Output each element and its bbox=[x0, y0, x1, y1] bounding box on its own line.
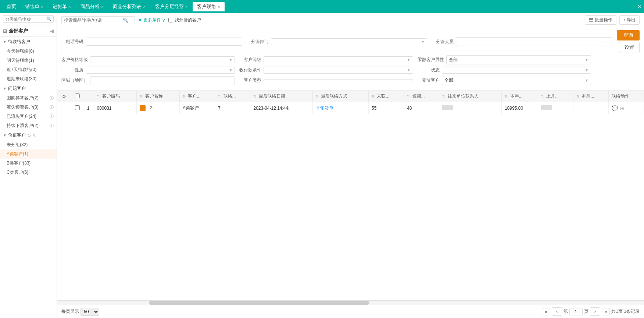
nav-tab-sales[interactable]: 销售单 × bbox=[21, 2, 47, 11]
col-last-contact-date[interactable]: ⇅ 最后联络日期 bbox=[250, 91, 312, 102]
nav-tab-analysis-list[interactable]: 商品分析列表 × bbox=[108, 2, 150, 11]
more-filters-button[interactable]: ▼ 更多条件 ∨ bbox=[138, 17, 165, 23]
filter-row-2: 客户价格等级 ▼ 客户等级 ▼ 零散客户属性 全部 bbox=[61, 55, 640, 64]
my-customer-checkbox[interactable] bbox=[168, 18, 173, 22]
close-customer-contact-tab-icon[interactable]: × bbox=[218, 4, 220, 9]
sidebar-item-declining[interactable]: 持续下滑客户(2) ⓘ bbox=[0, 121, 57, 130]
prev-page-button[interactable]: ＜ bbox=[552, 307, 562, 316]
col-last-month[interactable]: ⇅ 上月... bbox=[538, 91, 573, 102]
row-last-contact-method[interactable]: 下销货单 bbox=[312, 102, 368, 114]
retail-attr-select[interactable]: 全部 ▼ bbox=[446, 55, 591, 64]
col-this-year[interactable]: ⇅ 本年... bbox=[502, 91, 538, 102]
col-customer-type[interactable]: ⇅ 客户... bbox=[180, 91, 215, 102]
contact-method-link[interactable]: 下销货单 bbox=[316, 105, 333, 110]
sidebar-item-churn-warning[interactable]: 流失预警客户(3) ⓘ bbox=[0, 103, 57, 112]
nav-tab-customer-mgmt[interactable]: 客户分层经营 × bbox=[151, 2, 192, 11]
next-page-button[interactable]: ＞ bbox=[590, 307, 600, 316]
sidebar-group-pending[interactable]: ▼ 待联络客户 bbox=[0, 37, 57, 47]
per-page-dropdown[interactable]: 50 100 200 bbox=[80, 308, 99, 316]
settings-icon[interactable]: ⚙ bbox=[62, 94, 66, 99]
last-page-button[interactable]: » bbox=[602, 308, 610, 315]
horizontal-scrollbar[interactable] bbox=[57, 300, 644, 305]
customer-type-select[interactable] bbox=[264, 79, 413, 82]
query-button[interactable]: 查询 bbox=[617, 30, 640, 40]
sidebar-item-churned[interactable]: 已流失客户(24) ⓘ bbox=[0, 112, 57, 121]
sidebar-group-problem[interactable]: ▼ 问题客户 bbox=[0, 84, 57, 93]
row-select-checkbox[interactable] bbox=[75, 105, 80, 110]
row-checkbox[interactable] bbox=[72, 102, 83, 114]
export-button[interactable]: ↑ 导出 bbox=[619, 15, 640, 25]
manager-label: 分管人员 bbox=[432, 39, 454, 45]
sidebar-item-tomorrow[interactable]: 明天待联络(1) bbox=[0, 56, 57, 65]
sidebar-item-class-c[interactable]: C类客户(6) bbox=[0, 168, 57, 177]
bottom-bar: 每页显示 50 100 200 « ＜ 第 页 ＞ » 共1页 1条记录 bbox=[57, 305, 644, 318]
region-input[interactable]: ··· bbox=[90, 76, 235, 85]
qr-icon[interactable]: ⊞ bbox=[620, 105, 625, 111]
sidebar-item-today[interactable]: 今天待联络(0) bbox=[0, 47, 57, 56]
nature-select[interactable]: ▼ bbox=[86, 67, 235, 74]
table-wrap: ⚙ ⇅ 客户编码 ⇅ 客户名称 bbox=[57, 91, 644, 300]
refresh-icon[interactable]: ↻ bbox=[27, 133, 31, 138]
close-all-icon[interactable]: × bbox=[638, 3, 641, 10]
row-last-month bbox=[538, 102, 573, 114]
retail-select[interactable]: 全部 ▼ bbox=[442, 76, 591, 85]
sidebar-item-class-b[interactable]: B类客户(33) bbox=[0, 159, 57, 168]
close-analysis-list-tab-icon[interactable]: × bbox=[143, 4, 145, 9]
sidebar-item-class-a[interactable]: A类客户(1) bbox=[0, 149, 57, 159]
col-contact-count[interactable]: ⇅ 联络... bbox=[215, 91, 250, 102]
filter-icon: ▼ bbox=[138, 18, 142, 23]
sidebar-item-overdue[interactable]: 逾期未联络(30) bbox=[0, 74, 57, 84]
sidebar-collapse-button[interactable]: ◀ bbox=[50, 28, 54, 34]
payment-select[interactable]: ▼ bbox=[264, 67, 413, 74]
col-contact-person[interactable]: ⇅ 往来单位联系人 bbox=[439, 91, 502, 102]
row-overdue-days: 48 bbox=[404, 102, 439, 114]
main-search-input[interactable] bbox=[64, 18, 123, 23]
my-customer-filter[interactable]: 我分管的客户 bbox=[168, 17, 201, 23]
sidebar-item-7days[interactable]: 近7天待联络(0) bbox=[0, 65, 57, 74]
content-area: 🔍 ▼ 更多条件 ∨ 我分管的客户 ☰ 批量操作 ↑ 导出 bbox=[57, 13, 644, 318]
close-purchase-tab-icon[interactable]: × bbox=[68, 4, 71, 9]
nav-tab-analysis[interactable]: 商品分析 × bbox=[76, 2, 108, 11]
col-overdue-days[interactable]: ⇅ 逾期... bbox=[404, 91, 439, 102]
price-grade-select[interactable]: ▼ bbox=[90, 56, 235, 63]
chevron-icon: ∨ bbox=[162, 18, 165, 23]
col-settings[interactable]: ⚙ bbox=[57, 91, 72, 102]
page-number-input[interactable] bbox=[569, 308, 583, 315]
nav-tab-purchase[interactable]: 进货单 × bbox=[48, 2, 75, 11]
close-sales-tab-icon[interactable]: × bbox=[41, 4, 43, 9]
col-customer-name[interactable]: ⇅ 客户名称 bbox=[137, 91, 180, 102]
dept-select[interactable]: ▼ bbox=[271, 38, 427, 45]
scrollbar-thumb[interactable] bbox=[149, 301, 369, 305]
select-all-checkbox[interactable] bbox=[75, 93, 80, 98]
status-select[interactable]: ▼ bbox=[442, 67, 591, 74]
settings-button[interactable]: 设置 bbox=[619, 42, 640, 53]
sidebar-item-ungrouped[interactable]: 未分组(32) bbox=[0, 140, 57, 149]
close-analysis-tab-icon[interactable]: × bbox=[101, 4, 103, 9]
sort-icon: ⇅ bbox=[372, 94, 375, 98]
manager-input[interactable]: ··· bbox=[456, 37, 612, 46]
filter-row-1: 电话号码 分管部门 ▼ 分管人员 ··· bbox=[61, 30, 640, 53]
phone-input[interactable] bbox=[86, 38, 242, 46]
first-page-button[interactable]: « bbox=[542, 308, 550, 315]
col-checkbox[interactable] bbox=[72, 91, 83, 102]
customer-grade-select[interactable]: ▼ bbox=[264, 56, 413, 63]
nav-home[interactable]: 首页 bbox=[3, 2, 20, 11]
row-actions: 💬 ⊞ bbox=[609, 102, 644, 114]
table-header-row: ⚙ ⇅ 客户编码 ⇅ 客户名称 bbox=[57, 91, 644, 102]
batch-op-button[interactable]: ☰ 批量操作 bbox=[585, 15, 616, 25]
filter-cell-price-grade: 客户价格等级 ▼ bbox=[61, 56, 235, 63]
col-customer-code[interactable]: ⇅ 客户编码 bbox=[94, 91, 137, 102]
filter-buttons: 查询 设置 bbox=[617, 30, 640, 53]
nav-tab-customer-contact[interactable]: 客户联络 × bbox=[193, 2, 224, 11]
search-icon[interactable]: 🔍 bbox=[123, 18, 128, 23]
row-name[interactable]: ？ bbox=[137, 102, 180, 114]
col-last-contact-method[interactable]: ⇅ 最后联络方式 bbox=[312, 91, 368, 102]
close-customer-mgmt-tab-icon[interactable]: × bbox=[185, 4, 187, 9]
edit-icon[interactable]: ✎ bbox=[32, 133, 36, 138]
chat-icon[interactable]: 💬 bbox=[612, 105, 618, 111]
sidebar-group-value[interactable]: ▼ 价值客户 ↻ ✎ bbox=[0, 130, 57, 140]
sidebar-item-abnormal[interactable]: 囤购异常客户(2) ⓘ bbox=[0, 93, 57, 103]
col-not-contact-days[interactable]: ⇅ 未联... bbox=[368, 91, 404, 102]
col-this-month[interactable]: ⇅ 本月... bbox=[573, 91, 609, 102]
sidebar-search-icon[interactable]: 🔍 bbox=[46, 17, 52, 22]
